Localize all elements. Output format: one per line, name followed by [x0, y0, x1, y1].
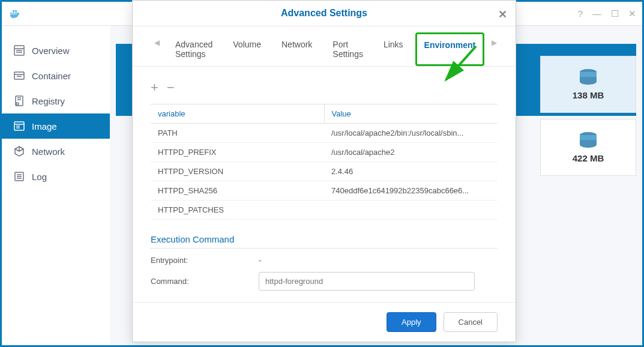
add-button[interactable]: + — [151, 80, 158, 95]
maximize-icon[interactable]: ☐ — [611, 8, 619, 19]
info-panel: 138 MB 422 MB — [540, 56, 636, 182]
chevron-right-icon[interactable]: ▶ — [488, 32, 501, 66]
disk-stack-icon — [577, 68, 599, 85]
tab-links[interactable]: Links — [375, 32, 412, 66]
env-toolbar: + − — [151, 76, 498, 104]
chevron-left-icon[interactable]: ◀ — [151, 32, 163, 66]
sidebar-item-image[interactable]: Image — [2, 113, 110, 139]
sidebar-item-label: Network — [32, 146, 65, 157]
command-label: Command: — [151, 277, 259, 286]
modal-footer: Apply Cancel — [133, 302, 516, 342]
tab-port-settings[interactable]: Port Settings — [324, 32, 372, 66]
modal-title-text: Advanced Settings — [281, 8, 367, 18]
env-variable: HTTPD_SHA256 — [151, 181, 324, 200]
tab-network[interactable]: Network — [273, 32, 320, 66]
modal-title: Advanced Settings ✕ — [133, 1, 516, 26]
minimize-icon[interactable]: — — [592, 8, 601, 19]
entrypoint-label: Entrypoint: — [151, 256, 259, 265]
entrypoint-row: Entrypoint: - — [151, 256, 498, 265]
sidebar-item-label: Image — [32, 121, 57, 131]
advanced-settings-modal: Advanced Settings ✕ ◀ Advanced Settings … — [132, 0, 516, 342]
sidebar-item-registry[interactable]: Registry — [2, 88, 110, 113]
command-input[interactable] — [259, 272, 475, 291]
sidebar-item-network[interactable]: Network — [2, 139, 110, 164]
container-icon — [14, 70, 25, 81]
env-table-header: variable Value — [151, 104, 498, 124]
info-size: 138 MB — [553, 90, 624, 100]
table-row[interactable]: PATH /usr/local/apache2/bin:/usr/local/s… — [151, 124, 498, 143]
col-value[interactable]: Value — [325, 104, 498, 123]
log-icon — [14, 171, 25, 182]
table-row[interactable]: HTTPD_VERSION 2.4.46 — [151, 162, 498, 181]
cancel-button[interactable]: Cancel — [444, 312, 498, 332]
info-size: 422 MB — [553, 153, 624, 163]
image-icon — [14, 121, 25, 131]
command-row: Command: — [151, 272, 498, 291]
sidebar-item-label: Log — [32, 172, 47, 182]
env-value: 2.4.46 — [324, 162, 498, 181]
registry-icon — [14, 95, 25, 106]
sidebar-item-overview[interactable]: Overview — [2, 38, 110, 63]
tab-environment[interactable]: Environment — [415, 32, 485, 66]
env-value: 740eddf6e1c641992b22359cabc66e6... — [324, 181, 498, 200]
col-variable[interactable]: variable — [151, 104, 325, 123]
env-value — [324, 201, 498, 219]
env-variable: HTTPD_VERSION — [151, 162, 324, 181]
env-value: /usr/local/apache2/bin:/usr/local/sbin..… — [324, 124, 498, 142]
close-window-icon[interactable]: ✕ — [628, 8, 636, 19]
sidebar-item-label: Container — [32, 71, 71, 81]
svg-point-8 — [16, 103, 19, 105]
entrypoint-value: - — [259, 256, 261, 265]
close-icon[interactable]: ✕ — [498, 8, 507, 21]
env-table: variable Value PATH /usr/local/apache2/b… — [151, 104, 498, 220]
tab-volume[interactable]: Volume — [224, 32, 269, 66]
overview-icon — [14, 45, 25, 56]
docker-logo-icon — [8, 7, 22, 21]
sidebar-item-label: Overview — [32, 46, 70, 56]
section-execution-command: Execution Command — [151, 234, 498, 249]
info-card[interactable]: 422 MB — [540, 119, 636, 176]
modal-tabs: ◀ Advanced Settings Volume Network Port … — [133, 26, 516, 67]
help-icon[interactable]: ? — [578, 8, 583, 19]
env-variable: PATH — [151, 124, 324, 142]
sidebar: Overview Container Registry Image Networ… — [2, 26, 110, 345]
remove-button[interactable]: − — [167, 80, 175, 95]
disk-stack-icon — [577, 131, 599, 148]
env-value: /usr/local/apache2 — [324, 143, 498, 161]
env-variable: HTTPD_PREFIX — [151, 143, 324, 161]
sidebar-item-log[interactable]: Log — [2, 164, 110, 189]
env-variable: HTTPD_PATCHES — [151, 201, 324, 219]
svg-rect-4 — [14, 72, 24, 79]
table-row[interactable]: HTTPD_PATCHES — [151, 201, 498, 220]
apply-button[interactable]: Apply — [387, 312, 436, 332]
sidebar-item-label: Registry — [32, 96, 65, 106]
table-row[interactable]: HTTPD_SHA256 740eddf6e1c641992b22359cabc… — [151, 181, 498, 201]
network-icon — [14, 146, 25, 157]
sidebar-item-container[interactable]: Container — [2, 63, 110, 88]
table-row[interactable]: HTTPD_PREFIX /usr/local/apache2 — [151, 143, 498, 162]
window-controls: ? — ☐ ✕ — [578, 8, 636, 19]
info-card[interactable]: 138 MB — [540, 56, 636, 113]
modal-body: + − variable Value PATH /usr/local/apach… — [133, 67, 516, 302]
tab-advanced-settings[interactable]: Advanced Settings — [167, 32, 221, 66]
